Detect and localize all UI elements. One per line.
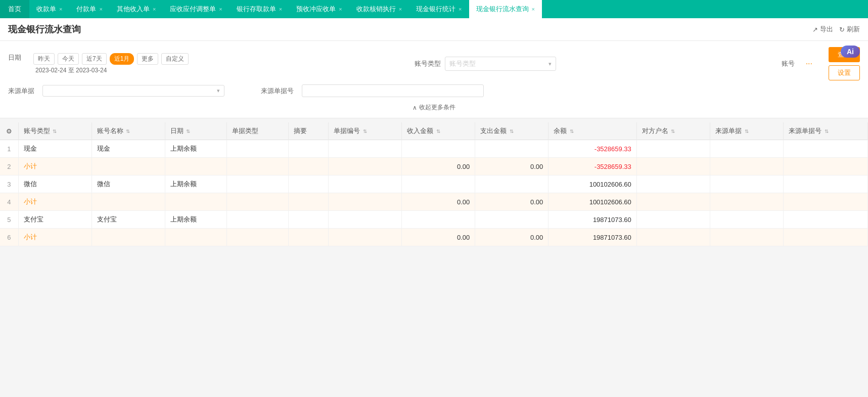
table-row: 6 小计 0.00 0.00 19871073.60 bbox=[0, 229, 868, 246]
cell-date: 上期余额 bbox=[165, 175, 226, 193]
nav-tab-银行存取款单[interactable]: 银行存取款单 × bbox=[230, 0, 289, 18]
cell-source-doc-no bbox=[784, 158, 868, 175]
col-source-doc-no[interactable]: 来源单据号 ⇅ bbox=[784, 122, 868, 140]
filter-collapse-section: ∧ 收起更多条件 bbox=[8, 101, 860, 112]
header-actions: ↗ 导出 ↻ 刷新 bbox=[812, 25, 860, 34]
source-doc-no-label: 来源单据号 bbox=[261, 86, 294, 96]
table-row: 4 小计 0.00 0.00 100102606.60 bbox=[0, 193, 868, 211]
source-doc-label: 来源单据 bbox=[8, 86, 34, 96]
nav-tab-收款单[interactable]: 收款单 × bbox=[29, 0, 69, 18]
table-header-row: ⚙ 账号类型 ⇅ 账号名称 ⇅ 日期 ⇅ 单据类型 摘要 单据编号 ⇅ 收入金额… bbox=[0, 122, 868, 140]
date-range-display: 2023-02-24 至 2023-03-24 bbox=[35, 66, 189, 75]
close-icon[interactable]: × bbox=[399, 0, 402, 18]
nav-tab-应收应付调整单[interactable]: 应收应付调整单 × bbox=[163, 0, 229, 18]
close-icon[interactable]: × bbox=[99, 0, 102, 18]
col-settings[interactable]: ⚙ bbox=[0, 122, 18, 140]
close-icon[interactable]: × bbox=[339, 0, 342, 18]
nav-tab-现金银行统计[interactable]: 现金银行统计 × bbox=[409, 0, 469, 18]
refresh-button[interactable]: ↻ 刷新 bbox=[839, 25, 860, 34]
account-type-select[interactable]: 账号类型 ▾ bbox=[445, 57, 556, 71]
cell-summary bbox=[289, 193, 329, 211]
account-dots-button[interactable]: ··· bbox=[806, 59, 812, 68]
cell-source-doc-no bbox=[784, 140, 868, 158]
col-doc-no[interactable]: 单据编号 ⇅ bbox=[329, 122, 402, 140]
row-settings-cell: 4 bbox=[0, 193, 18, 211]
collapse-button[interactable]: ∧ 收起更多条件 bbox=[413, 103, 455, 112]
sort-icon: ⇅ bbox=[745, 128, 749, 134]
date-btn-custom[interactable]: 自定义 bbox=[161, 53, 189, 65]
cell-source-doc bbox=[710, 140, 783, 158]
cell-income bbox=[402, 140, 475, 158]
export-button[interactable]: ↗ 导出 bbox=[812, 25, 833, 34]
date-btn-more[interactable]: 更多 bbox=[137, 53, 158, 65]
close-icon[interactable]: × bbox=[279, 0, 282, 18]
export-icon: ↗ bbox=[812, 26, 818, 33]
col-expense[interactable]: 支出金额 ⇅ bbox=[475, 122, 549, 140]
close-icon[interactable]: × bbox=[219, 0, 222, 18]
cell-date bbox=[165, 193, 226, 211]
cell-account-type: 小计 bbox=[18, 158, 92, 175]
settings-button[interactable]: 设置 bbox=[829, 65, 860, 80]
cell-balance: 19871073.60 bbox=[549, 211, 636, 229]
cell-account-type: 支付宝 bbox=[18, 211, 92, 229]
close-icon[interactable]: × bbox=[153, 0, 156, 18]
chevron-down-icon-2: ▾ bbox=[217, 87, 220, 94]
cell-account-name bbox=[92, 229, 165, 246]
col-summary: 摘要 bbox=[289, 122, 329, 140]
ai-assistant-badge[interactable]: Ai bbox=[841, 46, 860, 58]
nav-tab-预收冲应收单[interactable]: 预收冲应收单 × bbox=[289, 0, 349, 18]
sort-icon: ⇅ bbox=[186, 128, 190, 134]
sort-icon: ⇅ bbox=[825, 128, 829, 134]
cell-counterparty bbox=[636, 193, 710, 211]
cell-account-name bbox=[92, 158, 165, 175]
nav-tab-其他收入单[interactable]: 其他收入单 × bbox=[110, 0, 163, 18]
cell-income bbox=[402, 211, 475, 229]
source-doc-select[interactable]: ▾ bbox=[42, 85, 224, 97]
close-icon[interactable]: × bbox=[532, 0, 535, 18]
chevron-down-icon: ▾ bbox=[549, 61, 552, 67]
col-counterparty[interactable]: 对方户名 ⇅ bbox=[636, 122, 710, 140]
cell-doc-type bbox=[227, 211, 289, 229]
col-doc-type: 单据类型 bbox=[227, 122, 289, 140]
collapse-icon: ∧ bbox=[413, 104, 417, 111]
date-btn-1month[interactable]: 近1月 bbox=[110, 53, 134, 65]
close-icon[interactable]: × bbox=[59, 0, 62, 18]
col-source-doc[interactable]: 来源单据 ⇅ bbox=[710, 122, 783, 140]
sort-icon: ⇅ bbox=[53, 128, 57, 134]
col-income[interactable]: 收入金额 ⇅ bbox=[402, 122, 475, 140]
cell-income: 0.00 bbox=[402, 193, 475, 211]
cell-doc-type bbox=[227, 158, 289, 175]
nav-home[interactable]: 首页 bbox=[0, 0, 29, 18]
row-settings-cell: 1 bbox=[0, 140, 18, 158]
date-btn-today[interactable]: 今天 bbox=[58, 53, 79, 65]
cell-counterparty bbox=[636, 211, 710, 229]
nav-tab-收款核销执行[interactable]: 收款核销执行 × bbox=[349, 0, 409, 18]
cell-expense bbox=[475, 175, 549, 193]
nav-tab-付款单[interactable]: 付款单 × bbox=[69, 0, 109, 18]
col-account-name[interactable]: 账号名称 ⇅ bbox=[92, 122, 165, 140]
sort-icon: ⇅ bbox=[671, 128, 675, 134]
date-btn-yesterday[interactable]: 昨天 bbox=[33, 53, 55, 65]
account-label: 账号 bbox=[782, 59, 802, 68]
nav-tab-现金银行流水查询[interactable]: 现金银行流水查询 × bbox=[469, 0, 542, 18]
cell-doc-no bbox=[329, 140, 402, 158]
col-account-type[interactable]: 账号类型 ⇅ bbox=[18, 122, 92, 140]
source-doc-no-input[interactable] bbox=[302, 84, 484, 97]
cell-summary bbox=[289, 229, 329, 246]
col-balance[interactable]: 余额 ⇅ bbox=[549, 122, 636, 140]
table-row: 1 现金 现金 上期余额 -3528659.33 bbox=[0, 140, 868, 158]
close-icon[interactable]: × bbox=[459, 0, 462, 18]
cell-account-type: 微信 bbox=[18, 175, 92, 193]
filter-row-date: 日期 昨天 今天 近7天 近1月 更多 自定义 2023-02-24 至 202… bbox=[8, 47, 860, 80]
col-date[interactable]: 日期 ⇅ bbox=[165, 122, 226, 140]
cell-balance: 100102606.60 bbox=[549, 193, 636, 211]
cell-doc-type bbox=[227, 175, 289, 193]
cell-doc-type bbox=[227, 229, 289, 246]
date-btn-7days[interactable]: 近7天 bbox=[82, 53, 107, 65]
cell-account-name: 支付宝 bbox=[92, 211, 165, 229]
cell-balance: 19871073.60 bbox=[549, 229, 636, 246]
sort-icon: ⇅ bbox=[126, 128, 130, 134]
cell-source-doc bbox=[710, 193, 783, 211]
top-navigation: 首页 收款单 × 付款单 × 其他收入单 × 应收应付调整单 × 银行存取款单 … bbox=[0, 0, 868, 18]
date-shortcuts: 昨天 今天 近7天 近1月 更多 自定义 bbox=[33, 53, 189, 65]
